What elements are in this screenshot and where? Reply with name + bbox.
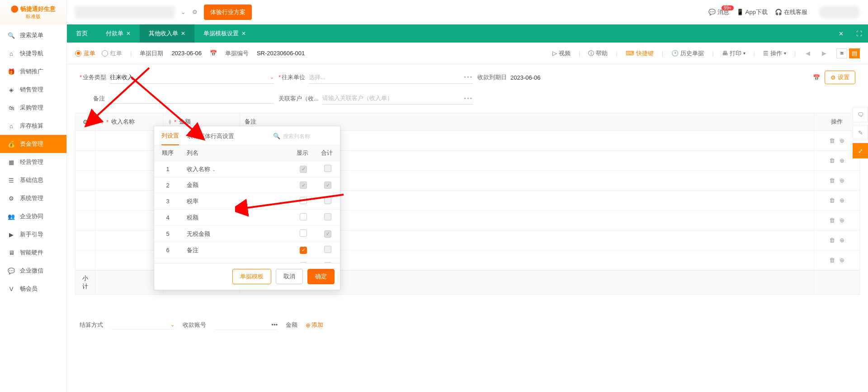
total-checkbox[interactable] — [324, 262, 331, 263]
copy-icon[interactable]: ⊕ — [840, 217, 844, 224]
radio-red[interactable]: 红单 — [102, 49, 122, 57]
side-tool-edit[interactable]: ✎ — [853, 125, 868, 140]
shortcut-button[interactable]: ⌨快捷键 — [626, 49, 654, 57]
settlement-method-select[interactable]: ⌄ — [111, 320, 175, 330]
display-checkbox[interactable] — [300, 262, 307, 263]
help-button[interactable]: ⓘ帮助 — [588, 49, 608, 57]
popup-tab-columns[interactable]: 列设置 — [161, 132, 179, 145]
side-tool-expand[interactable]: ⤢ — [853, 143, 868, 158]
display-checkbox[interactable] — [300, 229, 307, 237]
sidebar: ⬤ 畅捷通好生意 标准版 🔍搜索菜单⌂快捷导航🎁营销推广◈销售管理🛍采购管理⌂库… — [0, 0, 67, 392]
add-button[interactable]: ⊕添加 — [306, 321, 323, 329]
total-checkbox[interactable] — [324, 213, 331, 220]
sidebar-item-label: 资金管理 — [20, 140, 43, 148]
sidebar-item-7[interactable]: ▦经营管理 — [0, 153, 66, 171]
total-checkbox[interactable] — [324, 182, 331, 189]
view-detail[interactable]: ▤ — [849, 48, 860, 58]
message-badge: 99+ — [722, 5, 734, 10]
copy-icon[interactable]: ⊕ — [840, 257, 844, 263]
settings-button[interactable]: ⚙设置 — [825, 71, 855, 84]
sidebar-item-1[interactable]: ⌂快捷导航 — [0, 44, 66, 62]
due-date-input[interactable]: 2023-06-06 — [510, 72, 649, 83]
app-download-button[interactable]: 📱App下载 — [736, 8, 768, 16]
sidebar-item-10[interactable]: 👥企业协同 — [0, 207, 66, 225]
delete-icon[interactable]: 🗑 — [829, 177, 835, 184]
sidebar-item-9[interactable]: ⚙系统管理 — [0, 189, 66, 207]
sidebar-item-0[interactable]: 🔍搜索菜单 — [0, 26, 66, 44]
close-icon[interactable]: ✕ — [181, 30, 185, 37]
delete-icon[interactable]: 🗑 — [829, 137, 835, 144]
operate-button[interactable]: ☰操作▾ — [763, 49, 786, 57]
sidebar-item-13[interactable]: 💬企业微信 — [0, 262, 66, 280]
print-button[interactable]: 🖶打印▾ — [722, 49, 745, 57]
delete-icon[interactable]: 🗑 — [829, 237, 835, 244]
account-select[interactable]: ••• — [214, 320, 278, 330]
display-checkbox[interactable] — [300, 166, 307, 173]
popup-tab-rowheight[interactable]: 表格字体行高设置 — [187, 132, 234, 145]
prev-page[interactable]: ◀ — [804, 50, 812, 57]
tab-3[interactable]: 单据模板设置✕ — [194, 24, 255, 43]
tab-1[interactable]: 付款单✕ — [97, 24, 140, 43]
total-checkbox[interactable] — [324, 246, 331, 253]
side-tool-note[interactable]: 🗨 — [853, 107, 868, 122]
gear-icon[interactable]: ⚙ — [192, 9, 198, 15]
column-settings-button[interactable]: ⚙ — [75, 113, 95, 130]
view-list[interactable]: ≡ — [836, 48, 847, 58]
close-icon[interactable]: ✕ — [126, 30, 131, 37]
next-page[interactable]: ▶ — [820, 50, 828, 57]
chevron-down-icon[interactable]: ⌄ — [181, 9, 186, 15]
sidebar-item-5[interactable]: ⌂库存核算 — [0, 117, 66, 135]
copy-icon[interactable]: ⊕ — [840, 177, 844, 184]
calendar-icon[interactable]: 📅 — [813, 74, 820, 81]
message-button[interactable]: 💬消息 99+ — [708, 8, 729, 16]
total-checkbox[interactable] — [324, 197, 331, 204]
trial-button[interactable]: 体验行业方案 — [204, 5, 252, 20]
assoc-input[interactable]: 请输入关联客户（收入单）••• — [322, 92, 473, 105]
tab-fullscreen[interactable]: ⛶ — [850, 30, 868, 37]
sidebar-item-14[interactable]: V畅会员 — [0, 280, 66, 298]
tab-close-all[interactable]: ✕ — [832, 30, 850, 37]
logo: ⬤ 畅捷通好生意 标准版 — [0, 0, 66, 24]
copy-icon[interactable]: ⊕ — [840, 197, 844, 204]
copy-icon[interactable]: ⊕ — [840, 157, 844, 164]
calendar-icon[interactable]: 📅 — [210, 50, 217, 57]
counter-select[interactable]: 选择...••• — [309, 72, 473, 84]
template-button[interactable]: 单据模板 — [232, 269, 271, 284]
radio-blue[interactable]: 蓝单 — [75, 49, 95, 57]
display-checkbox[interactable] — [300, 197, 307, 204]
total-checkbox[interactable] — [324, 230, 331, 238]
sidebar-item-label: 采购管理 — [20, 104, 43, 112]
support-button[interactable]: 🎧在线客服 — [775, 8, 807, 16]
col-income-name[interactable]: ▲▼*收入名称 — [95, 113, 163, 130]
sidebar-item-8[interactable]: ☰基础信息 — [0, 171, 66, 189]
close-icon[interactable]: ✕ — [241, 30, 246, 37]
delete-icon[interactable]: 🗑 — [829, 217, 835, 224]
sidebar-item-2[interactable]: 🎁营销推广 — [0, 62, 66, 81]
sidebar-item-12[interactable]: 🖥智能硬件 — [0, 244, 66, 262]
tab-0[interactable]: 首页 — [67, 24, 97, 43]
delete-icon[interactable]: 🗑 — [829, 157, 835, 164]
display-checkbox[interactable] — [300, 213, 307, 220]
cart-icon: 🛍 — [7, 104, 15, 112]
cancel-button[interactable]: 取消 — [276, 269, 303, 284]
tab-2[interactable]: 其他收入单✕ — [140, 24, 194, 43]
sidebar-item-11[interactable]: ▶新手引导 — [0, 225, 66, 244]
biz-type-select[interactable]: 往来收入⌄ — [110, 72, 274, 84]
copy-icon[interactable]: ⊕ — [840, 237, 844, 244]
column-settings-popup: 列设置 表格字体行高设置 🔍 顺序 列名 显示 合计 1收入名称 ⌄2金额3税率… — [154, 126, 340, 290]
delete-icon[interactable]: 🗑 — [829, 257, 835, 263]
sidebar-item-6[interactable]: 💰资金管理 — [0, 135, 66, 153]
sidebar-item-4[interactable]: 🛍采购管理 — [0, 99, 66, 117]
history-button[interactable]: 🕑历史单据 — [671, 49, 704, 57]
popup-search-input[interactable] — [283, 133, 333, 139]
copy-icon[interactable]: ⊕ — [840, 137, 844, 144]
delete-icon[interactable]: 🗑 — [829, 197, 835, 204]
sidebar-item-3[interactable]: ◈销售管理 — [0, 81, 66, 99]
date-value[interactable]: 2023-06-06 — [171, 50, 202, 57]
video-button[interactable]: ▷视频 — [552, 49, 571, 57]
total-checkbox[interactable] — [324, 165, 331, 172]
remark-input[interactable] — [108, 94, 274, 104]
display-checkbox[interactable] — [300, 182, 307, 189]
display-checkbox[interactable] — [300, 247, 307, 254]
confirm-button[interactable]: 确定 — [307, 269, 335, 284]
